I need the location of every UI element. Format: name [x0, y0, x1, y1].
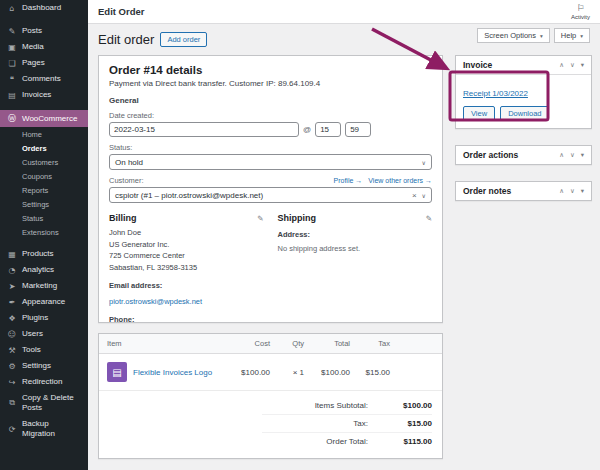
sidebar-item-label: Dashboard [22, 3, 61, 13]
add-order-button[interactable]: Add order [160, 32, 207, 47]
copy-delete-icon: ⧉ [7, 398, 17, 408]
products-icon: ▦ [7, 250, 17, 259]
sidebar-item-settings[interactable]: ⚙Settings [0, 358, 88, 374]
sidebar-item-pages[interactable]: ❏Pages [0, 55, 88, 71]
date-created-input[interactable] [109, 122, 299, 137]
clear-customer-icon[interactable]: × [412, 191, 417, 200]
date-created-label: Date created: [109, 111, 432, 120]
download-invoice-button[interactable]: Download [500, 106, 549, 121]
move-up-icon[interactable]: ∧ [559, 61, 564, 69]
order-totals: Items Subtotal: $100.00 Tax: $15.00 Orde… [99, 391, 442, 458]
chevron-down-icon: ∨ [422, 159, 426, 166]
page-title: Edit order [98, 32, 154, 47]
toggle-panel-icon[interactable]: ▾ [581, 187, 584, 195]
minute-input[interactable] [345, 122, 371, 137]
woocommerce-icon: Ⓦ [7, 113, 17, 124]
sidebar-item-copy-delete-posts[interactable]: ⧉Copy & Delete Posts [0, 390, 88, 416]
profile-link[interactable]: Profile → [334, 177, 363, 184]
sidebar-subitem-settings[interactable]: Settings [0, 197, 88, 211]
sidebar-item-label: Comments [22, 74, 61, 84]
sidebar-item-comments[interactable]: ❝Comments [0, 71, 88, 87]
sidebar-item-redirection[interactable]: ↪Redirection [0, 374, 88, 390]
toggle-panel-icon[interactable]: ▾ [581, 151, 584, 159]
col-qty: Qty [270, 339, 304, 348]
sidebar-item-invoices[interactable]: ▤Invoices [0, 87, 88, 103]
move-up-icon[interactable]: ∧ [559, 151, 564, 159]
billing-name: John Doe [109, 227, 264, 239]
at-symbol: @ [303, 125, 311, 134]
order-total-value: $115.00 [384, 437, 432, 446]
edit-shipping-icon[interactable]: ✎ [426, 214, 432, 223]
dashboard-icon: ⌂ [7, 4, 17, 13]
view-other-orders-link[interactable]: View other orders → [368, 177, 432, 184]
pages-icon: ❏ [7, 59, 17, 68]
sidebar-subitem-customers[interactable]: Customers [0, 155, 88, 169]
email-label: Email address: [109, 281, 264, 290]
item-tax: $15.00 [350, 368, 390, 377]
order-actions-panel: Order actions ∧ ∨ ▾ [455, 145, 592, 165]
main-area: Edit Order ⚐ Activity Edit order Add ord… [88, 0, 600, 470]
general-heading: General [109, 96, 432, 105]
help-button[interactable]: Help ▾ [554, 28, 590, 43]
sidebar-item-posts[interactable]: ✎Posts [0, 23, 88, 39]
move-down-icon[interactable]: ∨ [570, 187, 575, 195]
sidebar-subitem-home[interactable]: Home [0, 127, 88, 141]
tax-total-value: $15.00 [384, 419, 432, 428]
woocommerce-header: Edit Order ⚐ Activity [88, 0, 600, 24]
sidebar-item-woocommerce[interactable]: ⓌWooCommerce [0, 110, 88, 127]
sidebar-item-plugins[interactable]: ❖Plugins [0, 310, 88, 326]
sidebar-item-label: Plugins [22, 313, 48, 323]
customer-select[interactable]: cspiotr (#1 – piotr.ostrowski@wpdesk.net… [109, 187, 432, 203]
redirection-icon: ↪ [7, 378, 17, 387]
sidebar-item-users[interactable]: ☺Users [0, 326, 88, 342]
sidebar-item-label: Invoices [22, 90, 51, 100]
move-down-icon[interactable]: ∨ [570, 61, 575, 69]
sidebar-item-backup-migration[interactable]: ⟳Backup Migration [0, 416, 88, 442]
sidebar-item-marketing[interactable]: ➤Marketing [0, 278, 88, 294]
order-details-panel: Order #14 details Payment via Direct ban… [98, 55, 443, 323]
sidebar-item-label: Users [22, 329, 43, 339]
edit-billing-icon[interactable]: ✎ [257, 214, 263, 223]
screen-options-button[interactable]: Screen Options ▾ [477, 28, 549, 43]
marketing-icon: ➤ [7, 282, 17, 291]
activity-button[interactable]: ⚐ Activity [571, 4, 590, 20]
sidebar-item-tools[interactable]: ⚒Tools [0, 342, 88, 358]
move-up-icon[interactable]: ∧ [559, 187, 564, 195]
posts-icon: ✎ [7, 27, 17, 36]
product-name-link[interactable]: Flexible Invoices Logo [133, 368, 212, 377]
breadcrumb: Edit Order [98, 6, 144, 17]
sidebar-item-media[interactable]: ▣Media [0, 39, 88, 55]
sidebar-item-dashboard[interactable]: ⌂Dashboard [0, 0, 88, 16]
sidebar-subitem-status[interactable]: Status [0, 211, 88, 225]
billing-street: 725 Commerce Center [109, 250, 264, 262]
sidebar-item-label: Analytics [22, 265, 54, 275]
sidebar-item-products[interactable]: ▦Products [0, 246, 88, 262]
move-down-icon[interactable]: ∨ [570, 151, 575, 159]
invoices-icon: ▤ [7, 91, 17, 100]
sidebar-item-analytics[interactable]: ◔Analytics [0, 262, 88, 278]
media-icon: ▣ [7, 43, 17, 52]
item-qty: × 1 [270, 368, 304, 377]
hour-input[interactable] [315, 122, 341, 137]
order-status-select[interactable]: On hold ∨ [109, 154, 432, 170]
sidebar-item-label: Backup Migration [22, 419, 81, 439]
table-row: ▤ Flexible Invoices Logo $100.00 × 1 $10… [99, 354, 442, 391]
sidebar-subitem-extensions[interactable]: Extensions [0, 225, 88, 239]
status-value: On hold [115, 158, 143, 167]
chevron-down-icon: ∨ [422, 192, 426, 199]
sidebar-separator [0, 16, 88, 23]
toggle-panel-icon[interactable]: ▾ [581, 61, 584, 69]
sidebar-item-label: Tools [22, 345, 41, 355]
receipt-link[interactable]: Receipt 1/03/2022 [463, 89, 528, 98]
sidebar-subitem-orders[interactable]: Orders [0, 141, 88, 155]
sidebar-item-appearance[interactable]: ✒Appearance [0, 294, 88, 310]
product-thumbnail: ▤ [107, 362, 127, 382]
billing-email-link[interactable]: piotr.ostrowski@wpdesk.net [109, 297, 202, 306]
order-total-label: Order Total: [262, 437, 368, 446]
view-invoice-button[interactable]: View [463, 106, 495, 121]
shipping-address-value: No shipping address set. [278, 243, 433, 255]
sidebar-subitem-coupons[interactable]: Coupons [0, 169, 88, 183]
tools-icon: ⚒ [7, 346, 17, 355]
items-table-header: Item Cost Qty Total Tax [99, 334, 442, 354]
sidebar-subitem-reports[interactable]: Reports [0, 183, 88, 197]
